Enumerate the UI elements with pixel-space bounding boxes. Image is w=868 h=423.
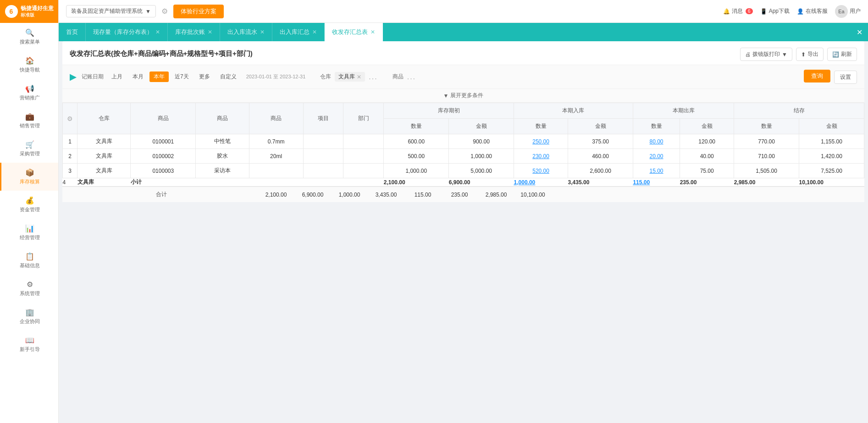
tab-inout-summary[interactable]: 出入库汇总✕ (272, 23, 325, 41)
tab-home[interactable]: 首页 (59, 23, 86, 41)
tab-close-icon[interactable]: ✕ (260, 29, 265, 35)
row-out-qty[interactable]: 20.00 (633, 149, 680, 164)
sidebar-item-inventory[interactable]: 📦库存核算 (0, 163, 58, 191)
subtotal-in-qty[interactable]: 1,000.00 (514, 178, 568, 187)
sidebar-item-search[interactable]: 🔍搜索菜单 (0, 23, 58, 51)
sidebar-item-label: 营销推广 (20, 94, 40, 101)
col-header-project: 项目 (303, 103, 343, 134)
sidebar-item-marketing[interactable]: 📢营销推广 (0, 79, 58, 107)
purchase-icon: 🛒 (25, 140, 34, 149)
date-range: 2023-01-01 至 2023-12-31 (246, 73, 306, 80)
sidebar-item-label: 采购管理 (20, 150, 40, 157)
tab-stock-summary[interactable]: 收发存汇总表✕ (325, 23, 383, 41)
tab-label: 出入库流水 (227, 28, 257, 36)
total-in-amt: 3,435.00 (368, 192, 404, 198)
goods-more-btn[interactable]: ... (407, 73, 416, 81)
date-btn-自定义[interactable]: 自定义 (216, 71, 241, 82)
online-service-btn[interactable]: 👤 在线客服 (797, 7, 828, 15)
sidebar-item-purchase[interactable]: 🛒采购管理 (0, 135, 58, 163)
refresh-icon: 🔄 (832, 51, 839, 58)
sub-col-init-amt: 金额 (449, 119, 514, 134)
notification-badge: 6 (746, 8, 753, 14)
print-btn[interactable]: 🖨 拨镜版打印 ▼ (740, 48, 792, 61)
sub-col-out-qty: 数量 (633, 119, 680, 134)
topbar-right: 🔔 消息 6 📱 App下载 👤 在线客服 Ea 用户 (723, 5, 861, 18)
tab-close-icon[interactable]: ✕ (155, 29, 160, 35)
tab-close-icon[interactable]: ✕ (312, 29, 317, 35)
app-download-btn[interactable]: 📱 App下载 (760, 7, 790, 15)
quick-icon: 🏠 (25, 56, 34, 65)
sub-col-in-qty: 数量 (514, 119, 568, 134)
user-btn[interactable]: Ea 用户 (835, 5, 861, 18)
subtotal-out-qty[interactable]: 115.00 (633, 178, 680, 187)
tab-close-icon[interactable]: ✕ (208, 29, 212, 35)
filter-settings-btn[interactable]: 设置 (834, 71, 857, 84)
col-header-init-stock: 库存期初 (384, 103, 514, 119)
sub-col-in-amt: 金额 (568, 119, 633, 134)
date-btn-近7天[interactable]: 近7天 (171, 71, 193, 82)
col-header-dept: 部门 (343, 103, 384, 134)
exp-btn[interactable]: 体验行业方案 (173, 5, 224, 18)
query-btn[interactable]: 查询 (804, 70, 830, 82)
refresh-btn[interactable]: 🔄 刷新 (827, 48, 857, 61)
date-btn-本月[interactable]: 本月 (128, 71, 148, 82)
tab-label: 现存量（库存分布表） (93, 28, 153, 36)
row-bal-amt: 7,525.00 (799, 164, 864, 178)
tab-close-icon[interactable]: ✕ (370, 29, 375, 35)
sidebar-item-quick[interactable]: 🏠快捷导航 (0, 51, 58, 79)
filter-toggle-btn[interactable]: ▶ (70, 72, 76, 82)
row-bal-amt: 1,420.00 (799, 149, 864, 164)
system-icon: ⚙ (27, 280, 33, 289)
logo-text: 畅捷通好生意 标准版 (21, 5, 54, 18)
date-btn-本年[interactable]: 本年 (149, 71, 169, 82)
subtotal-init-qty: 2,100.00 (384, 178, 449, 187)
row-in-qty[interactable]: 520.00 (514, 164, 568, 178)
row-init-amt: 5,000.00 (449, 164, 514, 178)
row-init-amt: 900.00 (449, 134, 514, 149)
warehouse-tag-close[interactable]: ✕ (357, 74, 361, 80)
sidebar-item-guide[interactable]: 📖新手引导 (0, 330, 58, 358)
export-btn[interactable]: ⬆ 导出 (796, 48, 824, 61)
column-settings-icon[interactable]: ⚙ (67, 115, 73, 122)
warehouse-label: 仓库 (320, 73, 331, 81)
row-in-qty[interactable]: 230.00 (514, 149, 568, 164)
sidebar-item-finance[interactable]: 💰资金管理 (0, 191, 58, 219)
row-in-qty[interactable]: 250.00 (514, 134, 568, 149)
sidebar-item-enterprise[interactable]: 🏢企业协同 (0, 302, 58, 330)
subtotal-bal-amt: 10,100.00 (799, 178, 864, 187)
service-icon: 👤 (797, 8, 804, 15)
row-init-amt: 1,000.00 (449, 149, 514, 164)
sidebar-item-system[interactable]: ⚙系统管理 (0, 275, 58, 302)
sidebar-item-sales[interactable]: 💼销售管理 (0, 107, 58, 135)
row-no: 3 (63, 164, 77, 178)
col-header-name: 商品 (196, 103, 249, 134)
export-icon: ⬆ (801, 51, 806, 58)
warehouse-more-btn[interactable]: ... (369, 73, 377, 81)
row-spec: 20ml (249, 149, 303, 164)
tab-stock-dist[interactable]: 现存量（库存分布表）✕ (86, 23, 168, 41)
date-btn-更多[interactable]: 更多 (195, 71, 214, 82)
subtotal-out-amt: 235.00 (680, 178, 734, 187)
expand-icon: ▼ (443, 93, 449, 99)
row-dept (343, 134, 384, 149)
subtotal-no: 4 (63, 178, 77, 187)
tab-batch[interactable]: 库存批次账✕ (168, 23, 220, 41)
date-btn-上月[interactable]: 上月 (107, 71, 127, 82)
row-no: 1 (63, 134, 77, 149)
row-out-qty[interactable]: 15.00 (633, 164, 680, 178)
sidebar-item-label: 基础信息 (20, 262, 40, 269)
sidebar-item-label: 资金管理 (20, 206, 40, 213)
settings-icon[interactable]: ⚙ (161, 7, 168, 16)
phone-icon: 📱 (760, 8, 767, 15)
notification-btn[interactable]: 🔔 消息 6 (723, 7, 753, 15)
sidebar-item-basic[interactable]: 📋基础信息 (0, 247, 58, 275)
system-selector[interactable]: 装备及固定资产辅助管理系统 ▼ (66, 5, 156, 17)
tab-inout-flow[interactable]: 出入库流水✕ (220, 23, 272, 41)
marketing-icon: 📢 (25, 84, 34, 93)
close-all-tabs-btn[interactable]: ✕ (851, 28, 868, 37)
settings-header[interactable]: ⚙ (63, 103, 77, 134)
row-project (303, 149, 343, 164)
sidebar-item-operations[interactable]: 📊经营管理 (0, 219, 58, 247)
expand-more-btn[interactable]: ▼ 展开更多条件 (443, 92, 484, 99)
row-out-qty[interactable]: 80.00 (633, 134, 680, 149)
